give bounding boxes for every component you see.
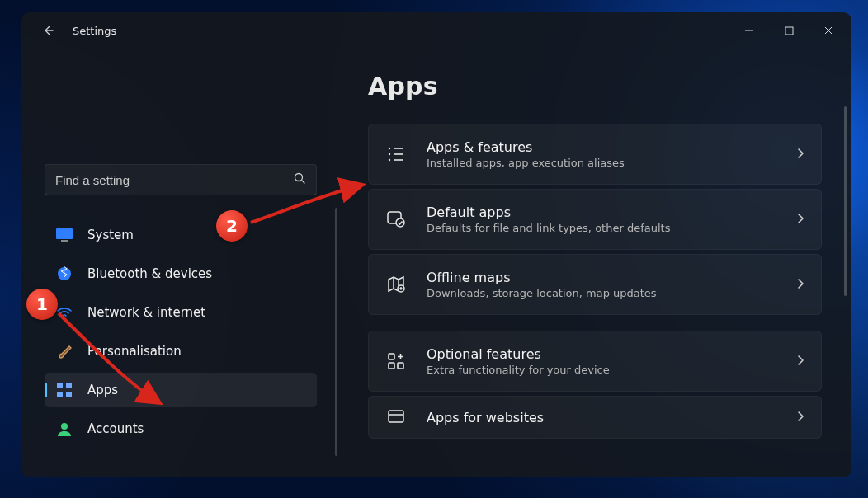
- svg-point-10: [61, 423, 68, 430]
- sidebar-item-network[interactable]: Network & internet: [45, 295, 317, 330]
- sidebar: System Bluetooth & devices Network & int…: [21, 49, 327, 477]
- svg-rect-19: [398, 363, 403, 369]
- sidebar-item-label: Network & internet: [87, 305, 205, 320]
- svg-rect-9: [66, 392, 72, 397]
- card-default-apps[interactable]: Default apps Defaults for file and link …: [368, 189, 822, 250]
- settings-card-list: Apps & features Installed apps, app exec…: [368, 124, 845, 439]
- svg-rect-3: [61, 240, 68, 242]
- sidebar-item-bluetooth[interactable]: Bluetooth & devices: [45, 256, 317, 291]
- sidebar-nav: System Bluetooth & devices Network & int…: [45, 218, 317, 446]
- maximize-button[interactable]: [769, 16, 809, 45]
- apps-icon: [56, 382, 73, 398]
- svg-point-5: [64, 317, 65, 318]
- svg-rect-2: [56, 228, 73, 239]
- titlebar: Settings: [21, 12, 851, 49]
- chevron-right-icon: [796, 410, 804, 425]
- main-scrollbar[interactable]: [844, 106, 847, 296]
- card-subtitle: Installed apps, app execution aliases: [427, 157, 776, 169]
- sidebar-item-label: Apps: [87, 383, 118, 397]
- card-apps-features[interactable]: Apps & features Installed apps, app exec…: [368, 124, 822, 185]
- arrow-left-icon: [41, 24, 54, 37]
- svg-rect-18: [389, 363, 394, 369]
- chevron-right-icon: [796, 277, 804, 293]
- card-title: Apps for websites: [427, 410, 776, 425]
- page-title: Apps: [368, 72, 845, 101]
- default-apps-icon: [385, 209, 407, 230]
- sidebar-item-label: System: [87, 228, 134, 242]
- sidebar-item-personalisation[interactable]: Personalisation: [45, 334, 317, 369]
- annotation-badge-1: 1: [26, 289, 58, 320]
- sidebar-item-label: Personalisation: [87, 344, 182, 359]
- card-optional-features[interactable]: Optional features Extra functionality fo…: [368, 331, 822, 392]
- close-icon: [823, 26, 833, 35]
- search-box[interactable]: [45, 164, 317, 195]
- card-subtitle: Downloads, storage location, map updates: [427, 287, 776, 299]
- svg-point-13: [389, 159, 390, 161]
- svg-point-1: [295, 174, 303, 181]
- settings-window: Settings: [21, 12, 851, 477]
- minimize-icon: [744, 26, 754, 35]
- card-title: Default apps: [427, 204, 776, 220]
- person-icon: [56, 420, 73, 437]
- card-title: Optional features: [427, 346, 776, 362]
- svg-rect-20: [389, 411, 403, 422]
- card-title: Offline maps: [427, 270, 776, 285]
- window-title: Settings: [73, 25, 116, 37]
- annotation-badge-2: 2: [216, 210, 248, 242]
- card-subtitle: Extra functionality for your device: [427, 364, 776, 376]
- minimize-button[interactable]: [729, 16, 769, 45]
- svg-rect-6: [57, 383, 63, 388]
- chevron-right-icon: [796, 354, 804, 369]
- search-icon: [293, 171, 306, 188]
- svg-rect-17: [389, 354, 394, 359]
- paintbrush-icon: [56, 343, 73, 359]
- bluetooth-icon: [56, 265, 73, 282]
- main-content: Apps Apps & features Installed apps, app…: [327, 49, 851, 477]
- svg-point-11: [389, 148, 390, 149]
- svg-rect-8: [57, 392, 63, 397]
- card-subtitle: Defaults for file and link types, other …: [427, 222, 776, 234]
- sidebar-item-label: Bluetooth & devices: [87, 266, 212, 281]
- svg-point-12: [389, 153, 390, 155]
- chevron-right-icon: [796, 212, 804, 228]
- maximize-icon: [785, 26, 794, 35]
- sidebar-item-apps[interactable]: Apps: [45, 373, 317, 407]
- svg-rect-0: [785, 27, 793, 35]
- card-apps-for-websites[interactable]: Apps for websites: [368, 396, 822, 439]
- grid-plus-icon: [385, 350, 407, 372]
- window-controls: [729, 16, 848, 45]
- close-button[interactable]: [809, 16, 848, 45]
- sidebar-item-system[interactable]: System: [45, 218, 317, 252]
- search-input[interactable]: [55, 173, 293, 187]
- back-button[interactable]: [36, 19, 59, 42]
- chevron-right-icon: [796, 147, 804, 162]
- website-icon: [385, 406, 407, 428]
- sidebar-item-label: Accounts: [87, 421, 144, 436]
- svg-point-15: [396, 218, 404, 227]
- svg-rect-7: [66, 383, 72, 388]
- map-icon: [385, 274, 407, 295]
- list-icon: [385, 143, 407, 165]
- wifi-icon: [56, 304, 73, 321]
- card-title: Apps & features: [427, 139, 776, 155]
- sidebar-item-accounts[interactable]: Accounts: [45, 411, 317, 446]
- display-icon: [56, 227, 73, 243]
- card-offline-maps[interactable]: Offline maps Downloads, storage location…: [368, 254, 822, 315]
